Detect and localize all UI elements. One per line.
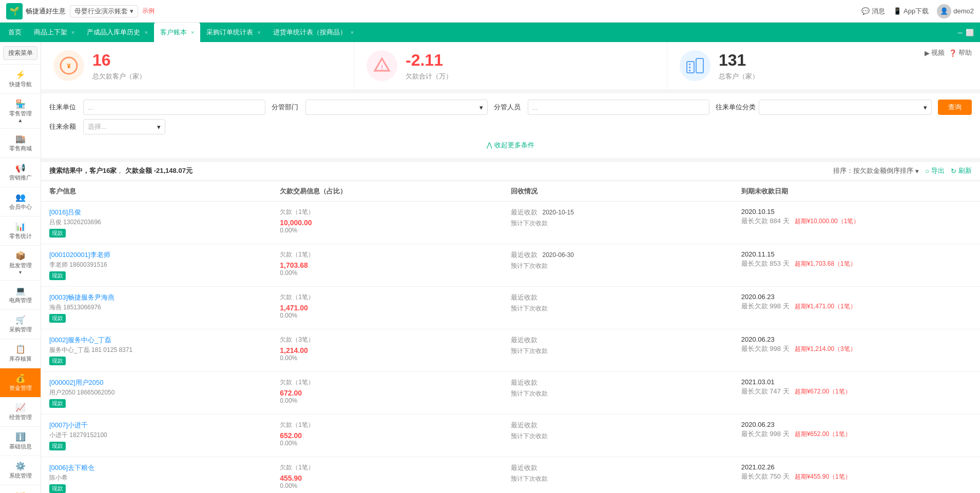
results-actions: 排序：按欠款金额倒序排序 ▾ ○ 导出 ↻ 刷新: [833, 166, 972, 175]
overdue-amount[interactable]: 超期¥1,703.68（1笔）: [795, 260, 856, 267]
debt-amount[interactable]: 1,703.68: [280, 261, 510, 269]
debt-note: 欠款（1笔）: [280, 293, 510, 302]
tab-home-label: 首页: [8, 28, 22, 37]
maximize-icon[interactable]: ⬜: [966, 29, 974, 36]
close-icon[interactable]: ×: [257, 29, 260, 35]
sidebar-item-finance[interactable]: 💰 资金管理: [0, 368, 41, 398]
filter-person: 分管人员 ...: [494, 100, 710, 115]
close-icon[interactable]: ×: [351, 29, 354, 35]
overdue-amount[interactable]: 超期¥10,000.00（1笔）: [795, 218, 860, 225]
app-download-btn[interactable]: 📱 App下载: [893, 7, 929, 16]
tab-purchase-stats[interactable]: 采购订单统计表 ×: [200, 23, 266, 42]
debt-cell-1: 欠款（1笔） 1,703.68 0.00%: [280, 250, 510, 277]
table-row: [0006]去下粮仓 陈小希 现款 欠款（1笔） 455.90 0.00% 最近…: [41, 457, 980, 493]
store-selector[interactable]: 母婴行业演示账套 ▾: [70, 5, 138, 17]
tab-home[interactable]: 首页: [2, 23, 28, 42]
sidebar-item-inventory[interactable]: 📋 库存核算: [0, 339, 41, 368]
export-btn[interactable]: ○ 导出: [925, 166, 945, 175]
sidebar-item-label: 系统管理: [2, 472, 39, 480]
person-input[interactable]: ...: [528, 100, 710, 115]
next-label: 预计下次收款: [511, 432, 741, 441]
topbar: 🌱 畅捷通好生意 母婴行业演示账套 ▾ 示例 💬 消息 📱 App下载 👤 de…: [0, 0, 980, 23]
sidebar-item-system[interactable]: ⚙️ 系统管理: [0, 456, 41, 485]
sidebar-item-collab[interactable]: 🤝 企业协同: [0, 485, 41, 493]
svg-rect-5: [696, 58, 703, 73]
debt-customers-label: 总欠款客户（家）: [92, 72, 146, 81]
close-icon[interactable]: ×: [144, 29, 147, 35]
customer-tag: 现款: [49, 271, 66, 280]
brand-name: 畅捷通好生意: [26, 7, 66, 16]
sidebar-item-retail-mgmt[interactable]: 🏪 零售管理 ▲: [0, 94, 41, 129]
debt-note: 欠款（3笔）: [280, 336, 510, 344]
user-avatar-btn[interactable]: 👤 demo2: [937, 4, 974, 18]
due-date: 2021.03.01: [741, 378, 972, 386]
tab-production-history[interactable]: 产成品入库单历史 ×: [81, 23, 153, 42]
sidebar-item-label: 零售商城: [2, 145, 39, 152]
customer-name[interactable]: [0002]服务中心_丁磊: [49, 336, 280, 345]
topbar-left: 🌱 畅捷通好生意 母婴行业演示账套 ▾ 示例: [6, 3, 155, 19]
dept-select[interactable]: ▾: [305, 100, 488, 115]
debt-amount[interactable]: 672.00: [280, 389, 510, 397]
app-icon: 📱: [893, 7, 901, 15]
tab-customer-account[interactable]: 客户账本 ×: [154, 23, 200, 42]
overdue-amount[interactable]: 超期¥455.90（1笔）: [795, 473, 851, 480]
customer-name[interactable]: [0003]畅捷服务尹海燕: [49, 293, 280, 302]
sidebar-item-retail-stats[interactable]: 📊 零售统计: [0, 216, 41, 246]
tab-purchase-product-stats[interactable]: 进货单统计表（按商品） ×: [267, 23, 360, 42]
overdue-amount[interactable]: 超期¥652.00（1笔）: [795, 430, 851, 438]
debt-amount[interactable]: 652.00: [280, 431, 510, 440]
message-btn[interactable]: 💬 消息: [861, 7, 885, 16]
sidebar-item-quick-nav[interactable]: ⚡ 快捷导航: [0, 65, 41, 94]
due-date-cell-1: 2020.11.15 最长欠款 853 天 超期¥1,703.68（1笔）: [741, 250, 972, 268]
sidebar-item-purchase[interactable]: 🛒 采购管理: [0, 310, 41, 339]
search-button[interactable]: 查询: [938, 100, 972, 115]
balance-placeholder: 选择...: [88, 122, 107, 131]
sidebar-item-operations[interactable]: 📈 经营管理: [0, 398, 41, 427]
sidebar-item-member[interactable]: 👥 会员中心: [0, 187, 41, 216]
tab-window-controls: ─ ⬜: [958, 29, 978, 36]
debt-amount[interactable]: 10,000.00: [280, 219, 510, 227]
retail-mall-icon: 🏬: [2, 134, 39, 144]
sidebar-item-ecommerce[interactable]: 💻 电商管理: [0, 281, 41, 310]
customer-phone: 陈小希: [49, 474, 280, 482]
sort-dropdown[interactable]: 排序：按欠款金额倒序排序 ▾: [833, 166, 919, 175]
collapse-row[interactable]: ⋀ 收起更多条件: [49, 139, 972, 152]
balance-select[interactable]: 选择... ▾: [83, 119, 165, 134]
customer-tag: 现款: [49, 229, 66, 238]
debt-amount[interactable]: 1,471.00: [280, 304, 510, 312]
demo-tag[interactable]: 示例: [142, 7, 155, 15]
sidebar-item-wholesale[interactable]: 📦 批发管理 ▾: [0, 246, 41, 281]
total-debt-icon: !: [367, 50, 397, 81]
total-debt-label: 欠款合计（万）: [406, 72, 452, 81]
customer-name[interactable]: [0007]小进千: [49, 421, 280, 430]
customer-name[interactable]: [0006]去下粮仓: [49, 463, 280, 472]
debt-cell-4: 欠款（1笔） 672.00 0.00%: [280, 378, 510, 404]
sidebar-item-marketing[interactable]: 📢 营销推广: [0, 158, 41, 187]
customer-name[interactable]: [000002]用户2050: [49, 378, 280, 387]
debt-amount[interactable]: 455.90: [280, 474, 510, 482]
sidebar-item-basic-info[interactable]: ℹ️ 基础信息: [0, 427, 41, 456]
video-btn[interactable]: ▶ 视频: [925, 48, 945, 57]
overdue-amount[interactable]: 超期¥672.00（1笔）: [795, 388, 851, 395]
recovery-cell-0: 最近收款 2020-10-15 预计下次收款: [511, 208, 741, 228]
help-btn[interactable]: ❓ 帮助: [949, 48, 972, 57]
filter-from-unit: 往来单位 ...: [49, 100, 265, 115]
refresh-btn[interactable]: ↻ 刷新: [951, 166, 972, 175]
search-menu-btn[interactable]: 搜索菜单: [3, 46, 37, 60]
sidebar-item-retail-mall[interactable]: 🏬 零售商城: [0, 129, 41, 158]
customer-name[interactable]: [0001020001]李老师: [49, 250, 280, 260]
tab-product-listing[interactable]: 商品上下架 ×: [28, 23, 81, 42]
minimize-icon[interactable]: ─: [958, 29, 963, 36]
overdue-amount[interactable]: 超期¥1,214.00（3笔）: [795, 345, 856, 352]
close-icon[interactable]: ×: [191, 29, 194, 35]
results-info: 搜索结果中，客户16家， 欠款金额 -21,148.07元: [49, 166, 193, 175]
close-icon[interactable]: ×: [71, 29, 74, 35]
col-header-customer: 客户信息: [49, 187, 280, 196]
tab-production-history-label: 产成品入库单历史: [87, 28, 140, 37]
overdue-amount[interactable]: 超期¥1,471.00（1笔）: [795, 303, 856, 310]
from-unit-input[interactable]: ...: [83, 100, 265, 115]
customer-name[interactable]: [0016]吕俊: [49, 208, 280, 217]
username: demo2: [953, 7, 974, 15]
debt-amount[interactable]: 1,214.00: [280, 346, 510, 354]
unit-class-select[interactable]: ▾: [759, 100, 932, 115]
